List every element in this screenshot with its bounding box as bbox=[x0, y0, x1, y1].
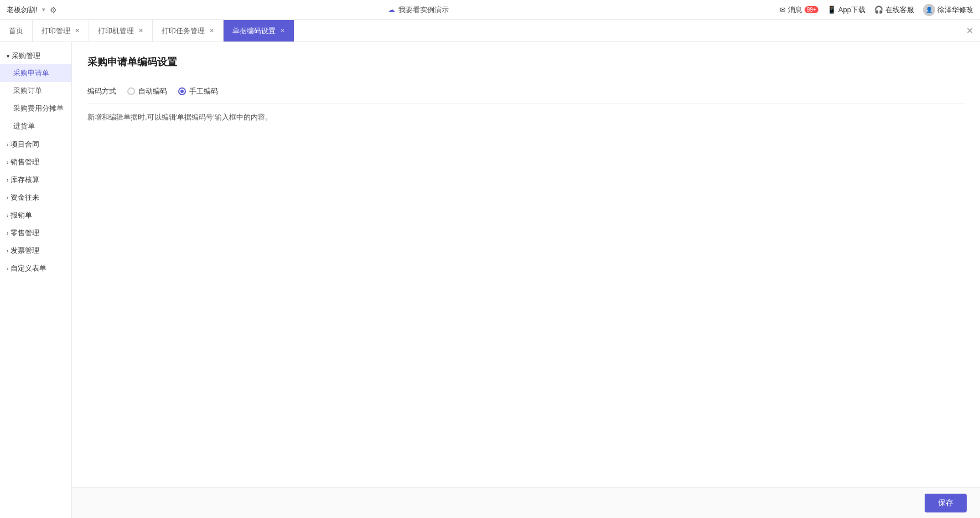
sidebar-item-purchase-order[interactable]: 采购订单 bbox=[0, 82, 71, 100]
sidebar-item-purchase-request-label: 采购申请单 bbox=[13, 69, 49, 77]
page-title: 采购申请单编码设置 bbox=[87, 55, 965, 69]
chevron-right-icon: › bbox=[7, 248, 8, 254]
chevron-right-icon: › bbox=[7, 159, 8, 165]
avatar-icon: 👤 bbox=[923, 4, 935, 16]
tab-printer-mgmt[interactable]: 打印机管理 ✕ bbox=[89, 20, 153, 42]
save-button[interactable]: 保存 bbox=[925, 494, 967, 512]
tab-printer-mgmt-close[interactable]: ✕ bbox=[138, 27, 143, 34]
chevron-right-icon: › bbox=[7, 142, 8, 148]
hint-text: 新增和编辑单据时,可以编辑'单据编码号'输入框中的内容。 bbox=[87, 112, 965, 122]
sidebar-group-invoice[interactable]: › 发票管理 bbox=[0, 241, 71, 259]
sidebar-item-purchase-expense-label: 采购费用分摊单 bbox=[13, 104, 64, 112]
message-label: 消息 bbox=[788, 5, 802, 15]
tab-bar: 首页 打印管理 ✕ 打印机管理 ✕ 打印任务管理 ✕ 单据编码设置 ✕ ✕ bbox=[0, 20, 980, 42]
top-bar: 老板勿割! ▾ ⚙ ☁ 我要看实例演示 ✉ 消息 99+ 📱 App下载 🎧 在… bbox=[0, 0, 980, 20]
auto-encode-option[interactable]: 自动编码 bbox=[127, 86, 167, 96]
sidebar-group-retail[interactable]: › 零售管理 bbox=[0, 224, 71, 241]
sidebar-item-purchase-request[interactable]: 采购申请单 bbox=[0, 64, 71, 82]
sidebar-group-returns[interactable]: › 报销单 bbox=[0, 206, 71, 224]
sidebar-group-returns-label: 报销单 bbox=[11, 210, 32, 220]
chevron-right-icon: › bbox=[7, 213, 8, 219]
sidebar-group-invoice-label: 发票管理 bbox=[11, 246, 39, 256]
content-inner: 采购申请单编码设置 编码方式 自动编码 手工编码 新增和编辑单据时,可以编辑'单… bbox=[72, 42, 980, 487]
settings-icon[interactable]: ⚙ bbox=[50, 6, 57, 14]
encode-row: 编码方式 自动编码 手工编码 bbox=[87, 80, 965, 103]
sidebar-group-funds-label: 资金往来 bbox=[11, 193, 39, 203]
sidebar-group-sales-label: 销售管理 bbox=[11, 157, 39, 167]
sidebar-group-inventory-label: 库存核算 bbox=[11, 175, 39, 185]
tab-print-mgmt-label: 打印管理 bbox=[42, 26, 70, 36]
sidebar-group-purchase-label: 采购管理 bbox=[12, 51, 40, 61]
message-badge: 99+ bbox=[805, 6, 818, 13]
sidebar-group-custom-form-label: 自定义表单 bbox=[11, 263, 46, 273]
content-footer: 保存 bbox=[72, 487, 980, 518]
phone-icon: 📱 bbox=[827, 6, 836, 14]
chevron-down-icon: ▾ bbox=[7, 53, 9, 59]
tab-home[interactable]: 首页 bbox=[0, 20, 33, 42]
sidebar-item-stock-in-label: 进货单 bbox=[13, 122, 35, 130]
message-icon: ✉ bbox=[780, 6, 786, 14]
tab-print-task[interactable]: 打印任务管理 ✕ bbox=[153, 20, 224, 42]
app-download-label: App下载 bbox=[838, 5, 865, 15]
online-service-label: 在线客服 bbox=[885, 5, 914, 15]
manual-encode-option[interactable]: 手工编码 bbox=[178, 86, 218, 96]
auto-encode-radio[interactable] bbox=[127, 87, 135, 95]
app-download-button[interactable]: 📱 App下载 bbox=[827, 5, 865, 15]
tab-print-mgmt-close[interactable]: ✕ bbox=[75, 27, 80, 34]
tab-single-code[interactable]: 单据编码设置 ✕ bbox=[224, 20, 294, 42]
chevron-right-icon: › bbox=[7, 177, 8, 183]
user-name: 徐泽华修改 bbox=[937, 5, 973, 15]
sidebar-item-stock-in[interactable]: 进货单 bbox=[0, 117, 71, 135]
tab-print-task-label: 打印任务管理 bbox=[162, 26, 205, 36]
top-bar-right: ✉ 消息 99+ 📱 App下载 🎧 在线客服 👤 徐泽华修改 bbox=[780, 4, 973, 16]
service-icon: 🎧 bbox=[874, 6, 883, 14]
sidebar-group-purchase[interactable]: ▾ 采购管理 bbox=[0, 46, 71, 64]
cloud-icon: ☁ bbox=[388, 6, 395, 14]
chevron-right-icon: › bbox=[7, 195, 8, 201]
tab-print-task-close[interactable]: ✕ bbox=[209, 27, 214, 34]
main-layout: ▾ 采购管理 采购申请单 采购订单 采购费用分摊单 进货单 › 项目合同 › 销… bbox=[0, 42, 980, 518]
sidebar-group-custom-form[interactable]: › 自定义表单 bbox=[0, 259, 71, 277]
sidebar-item-purchase-order-label: 采购订单 bbox=[13, 86, 42, 95]
online-service-button[interactable]: 🎧 在线客服 bbox=[874, 5, 914, 15]
tab-single-code-label: 单据编码设置 bbox=[232, 26, 276, 36]
tab-single-code-close[interactable]: ✕ bbox=[280, 27, 285, 34]
sidebar-group-inventory[interactable]: › 库存核算 bbox=[0, 170, 71, 188]
window-close-button[interactable]: ✕ bbox=[966, 25, 973, 36]
sidebar-group-retail-label: 零售管理 bbox=[11, 228, 39, 238]
sidebar-group-project-label: 项目合同 bbox=[11, 139, 39, 149]
top-bar-left: 老板勿割! ▾ ⚙ bbox=[7, 5, 57, 15]
sidebar-item-purchase-expense[interactable]: 采购费用分摊单 bbox=[0, 100, 71, 117]
auto-encode-label: 自动编码 bbox=[138, 86, 167, 96]
sidebar: ▾ 采购管理 采购申请单 采购订单 采购费用分摊单 进货单 › 项目合同 › 销… bbox=[0, 42, 72, 518]
manual-encode-radio[interactable] bbox=[178, 87, 186, 95]
chevron-right-icon: › bbox=[7, 230, 8, 236]
top-bar-search: ☁ 我要看实例演示 bbox=[388, 5, 449, 15]
sidebar-group-funds[interactable]: › 资金往来 bbox=[0, 188, 71, 206]
tab-printer-mgmt-label: 打印机管理 bbox=[98, 26, 134, 36]
tab-home-label: 首页 bbox=[9, 26, 23, 36]
sidebar-group-project[interactable]: › 项目合同 bbox=[0, 135, 71, 153]
encode-label: 编码方式 bbox=[87, 86, 116, 96]
tab-print-mgmt[interactable]: 打印管理 ✕ bbox=[33, 20, 89, 42]
search-text[interactable]: 我要看实例演示 bbox=[398, 5, 449, 15]
chevron-down-icon: ▾ bbox=[42, 6, 45, 13]
user-avatar[interactable]: 👤 徐泽华修改 bbox=[923, 4, 973, 16]
brand-label: 老板勿割! bbox=[7, 5, 38, 15]
sidebar-group-sales[interactable]: › 销售管理 bbox=[0, 153, 71, 170]
message-button[interactable]: ✉ 消息 99+ bbox=[780, 5, 818, 15]
manual-encode-label: 手工编码 bbox=[189, 86, 218, 96]
chevron-right-icon: › bbox=[7, 266, 8, 272]
content-area: 采购申请单编码设置 编码方式 自动编码 手工编码 新增和编辑单据时,可以编辑'单… bbox=[72, 42, 980, 518]
